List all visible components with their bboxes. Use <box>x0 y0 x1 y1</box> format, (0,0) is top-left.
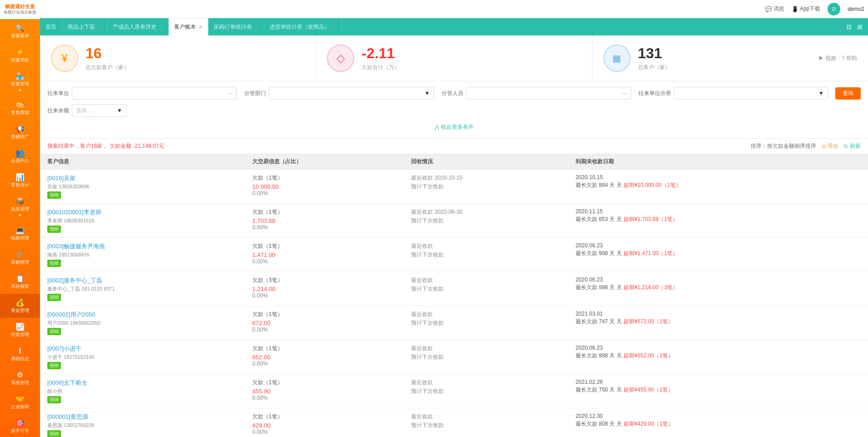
sidebar-item-system[interactable]: ⚙ 系统管理 <box>0 366 40 390</box>
manager-input[interactable]: ··· <box>466 87 631 100</box>
nav-icon-quick-nav: ⚡ <box>15 48 25 56</box>
source-unit-dots[interactable]: ··· <box>228 90 233 97</box>
export-button[interactable]: ⊙ 导出 <box>822 142 838 150</box>
tab-production-history[interactable]: 产成品入库单历史 ✕ <box>107 18 169 35</box>
customer-name-link[interactable]: [0007]小进千 <box>47 345 238 353</box>
sidebar-item-marketing[interactable]: 📢 营销推广 <box>0 120 40 144</box>
overdue-days-info: 最长欠款 808 天 天 超期¥429.00（1笔） <box>576 420 861 428</box>
overdue-detail-link[interactable]: 超期¥652.00（1笔） <box>623 352 673 359</box>
app-download-btn[interactable]: 📱 App下载 <box>792 5 820 13</box>
tab-close-import-stats[interactable]: ✕ <box>332 25 336 30</box>
manager-dots[interactable]: ··· <box>622 90 627 97</box>
customer-name-link[interactable]: [0001020001]李老师 <box>47 208 238 216</box>
tab-close-products-off[interactable]: ✕ <box>98 25 101 30</box>
tab-products-off[interactable]: 商品上下架 ✕ <box>62 18 107 35</box>
overdue-detail-link[interactable]: 超期¥1,214.00（3笔） <box>623 284 678 291</box>
customer-name-link[interactable]: [0006]去下粮仓 <box>47 379 238 387</box>
sidebar-item-new-guide[interactable]: 🎯 新手引导 <box>0 414 40 437</box>
sidebar-item-search[interactable]: 🔍 搜索菜单 <box>0 19 40 43</box>
debt-amount: 672.00 <box>252 320 397 326</box>
sidebar-item-retail-stats[interactable]: 📊 零售统计 <box>0 168 40 192</box>
nav-arrow-retail-mgmt: ▲ <box>18 87 22 92</box>
stat-overdue-customers: ¥ 16 总欠款客户（家） <box>40 35 316 81</box>
sidebar-item-ecommerce[interactable]: 💻 电商管理 <box>0 221 40 246</box>
category-select[interactable]: ▼ <box>674 87 828 100</box>
cell-debt-info: 欠款（1笔） 1,471.00 0.00% <box>245 238 404 272</box>
customer-table: 客户信息 欠交易信息（占比） 回收情况 到期未收款日期 [0016]吴俊 吴俊 … <box>40 154 868 437</box>
tabs-expand-icon[interactable]: ⊞ <box>855 22 864 31</box>
overdue-date-value: 2021.02.26 <box>576 379 861 385</box>
debt-amount: 429.00 <box>252 422 397 429</box>
overdue-detail-link[interactable]: 超期¥1,471.00（1笔） <box>623 250 678 256</box>
cell-customer-info: [0016]吴俊 吴俊 13026203696 现销 <box>40 170 245 204</box>
sort-label[interactable]: 排序：按欠款金额倒序排序 <box>751 142 816 150</box>
debt-amount: 10,000.00 <box>252 183 397 190</box>
source-unit-input[interactable]: ··· <box>72 87 237 100</box>
sidebar-item-inventory[interactable]: 📋 库存核算 <box>0 270 40 294</box>
debt-ratio: 0.00% <box>252 395 397 401</box>
customer-name-link[interactable]: [0003]畅捷服务尹海燕 <box>47 242 238 251</box>
table-row: [0007]小进千 小进千 18279152100 现销 欠款（1笔） 652.… <box>40 340 868 374</box>
tab-close-purchase-summary[interactable]: ✕ <box>255 25 258 30</box>
tab-customer-accounts[interactable]: 客户账本 ✕ <box>169 18 208 35</box>
customer-sub-info: 用户2050 18665062050 <box>47 320 238 326</box>
video-link[interactable]: ▶ 视频 <box>818 55 836 62</box>
overdue-detail-link[interactable]: 超期¥1,703.68（1笔） <box>623 216 678 222</box>
tabs-minimize-icon[interactable]: ⊟ <box>844 22 853 31</box>
customer-sub-info: 服务中心_丁磊 181 0125 8371 <box>47 286 238 292</box>
last-payment-date: 最近收款 <box>411 345 561 352</box>
next-payment-info: 预计下次收款 <box>411 353 561 361</box>
sidebar-item-retail-store[interactable]: 🛍 零售商城 <box>0 96 40 120</box>
overdue-detail-link[interactable]: 超期¥455.90（1笔） <box>623 387 673 393</box>
balance-select[interactable]: 选择... ▼ <box>72 104 126 117</box>
tab-close-production-history[interactable]: ✕ <box>159 25 163 30</box>
debt-amount: 1,703.68 <box>252 217 397 224</box>
refresh-button[interactable]: ↻ 刷新 <box>844 142 861 150</box>
collapse-label: 收起更多条件 <box>441 123 474 131</box>
message-btn[interactable]: 💬 消息 <box>765 5 784 13</box>
cell-debt-info: 欠款（3笔） 1,214.00 0.00% <box>245 272 404 306</box>
overdue-detail-link[interactable]: 超期¥10,000.00（1笔） <box>623 182 681 188</box>
cell-overdue-date: 2020.06.23 最长欠款 998 天 天 超期¥1,214.00（3笔） <box>568 272 868 306</box>
nav-icon-retail-store: 🛍 <box>16 101 24 109</box>
sidebar-item-batch-mgmt[interactable]: 📦 批发管理 ▲ <box>0 192 40 221</box>
stat-extra-links: ▶ 视频 ? 帮助 <box>818 55 857 62</box>
debt-count: 欠款（1笔） <box>252 242 397 250</box>
sidebar-item-retail-mgmt[interactable]: 🏪 零售管理 ▲ <box>0 67 40 96</box>
cell-customer-info: [000002]用户2050 用户2050 18665062050 现销 <box>40 306 245 340</box>
tab-close-customer-accounts[interactable]: ✕ <box>199 25 202 30</box>
customer-name-link[interactable]: [0002]服务中心_丁磊 <box>47 276 238 285</box>
customer-sub-info: 李老师 18600391516 <box>47 217 238 224</box>
dept-select[interactable]: ▼ <box>269 87 434 100</box>
overdue-detail-link[interactable]: 超期¥672.00（1笔） <box>623 318 673 325</box>
customer-sub-info: 吴俊 13026203696 <box>47 183 238 190</box>
user-avatar[interactable]: D <box>828 3 840 15</box>
debt-amount: 455.90 <box>252 388 397 395</box>
collapse-filters-btn[interactable]: ⋀ 收起更多条件 <box>47 121 861 133</box>
filter-area: 往来单位 ··· 分管部门 ▼ 分管人员 <box>40 81 868 139</box>
customer-name-link[interactable]: [0016]吴俊 <box>47 174 238 182</box>
overdue-detail-link[interactable]: 超期¥429.00（1笔） <box>623 421 673 427</box>
customer-badge: 现销 <box>47 226 61 233</box>
last-payment-date: 最近收款 2020-06-30 <box>411 208 561 216</box>
search-button[interactable]: 查询 <box>835 87 861 100</box>
sidebar-item-basic-info[interactable]: ℹ 基础信息 <box>0 342 40 366</box>
customer-name-link[interactable]: [000001]黄思源 <box>47 413 238 421</box>
nav-icon-finance: 💰 <box>15 298 25 307</box>
help-link[interactable]: ? 帮助 <box>842 55 857 62</box>
sidebar-item-enterprise[interactable]: 🤝 企业协同 <box>0 390 40 414</box>
sidebar-item-member-center[interactable]: 👥 会员中心 <box>0 144 40 168</box>
sidebar-item-quick-nav[interactable]: ⚡ 快捷导航 <box>0 43 40 67</box>
tab-purchase-summary[interactable]: 采购订单统计表 ✕ <box>208 18 264 35</box>
topbar-right: 💬 消息 📱 App下载 D demo2 <box>765 3 864 15</box>
sidebar-item-finance[interactable]: 💰 资金管理 <box>0 294 40 318</box>
sidebar-item-operations[interactable]: 📈 经营管理 <box>0 318 40 342</box>
customer-name-link[interactable]: [000002]用户2050 <box>47 311 238 319</box>
customer-badge: 现销 <box>47 396 61 403</box>
user-name[interactable]: demo2 <box>848 6 864 12</box>
app-logo: 畅捷通好生意 母婴行业演示账套 <box>0 0 40 19</box>
stat-value-overdue-customers: 16 <box>85 45 129 62</box>
tab-home[interactable]: 首页 <box>40 18 62 35</box>
tab-import-stats[interactable]: 进货单统计表（按商品） ✕ <box>264 18 342 35</box>
sidebar-item-purchase-mgmt[interactable]: 🛒 采购管理 <box>0 246 40 270</box>
